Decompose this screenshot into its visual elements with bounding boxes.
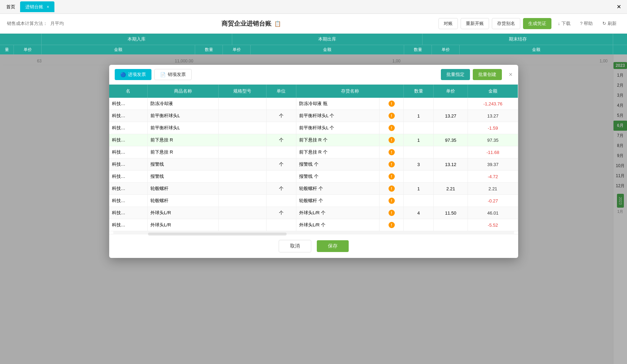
cell-product: 轮毂螺杆	[148, 183, 219, 195]
cell-amount: -1.59	[468, 122, 518, 134]
cell-qty	[404, 98, 434, 110]
cell-amount: -5.52	[468, 219, 518, 231]
inventory-rename-button[interactable]: 存货别名	[492, 18, 520, 29]
tab-close-icon[interactable]: ×	[47, 5, 49, 9]
empty-band	[0, 34, 42, 45]
dialog-close-button[interactable]: ×	[509, 71, 513, 78]
side-spacer	[613, 34, 627, 45]
cell-amount: -4.72	[468, 171, 518, 183]
reopen-button[interactable]: 重新开账	[461, 18, 489, 29]
dialog-footer: 取消 保存	[109, 234, 518, 258]
cell-price	[434, 171, 468, 183]
download-button[interactable]: ↓ 下载	[554, 18, 574, 29]
col-price: 单价	[434, 85, 468, 98]
cell-name: 科技…	[109, 122, 148, 134]
cell-warning: !	[380, 158, 404, 171]
cell-spec	[218, 207, 266, 219]
warning-icon: !	[389, 113, 395, 119]
cell-warning: !	[380, 146, 404, 158]
cell-spec	[218, 195, 266, 207]
cell-warning: !	[380, 98, 404, 110]
cell-product: 前下悬挂 R	[148, 134, 219, 146]
header-buttons: 对账 重新开账 存货别名 生成凭证 ↓ 下载 ? 帮助 ↻ 刷新	[438, 18, 620, 29]
cell-name: 科技…	[109, 146, 148, 158]
cell-amount: 2.21	[468, 183, 518, 195]
qty-label-out: 数量	[195, 45, 223, 54]
cell-qty: 1	[404, 110, 434, 122]
cell-product: 轮毂螺杆	[148, 195, 219, 207]
home-tab[interactable]: 首页	[3, 2, 19, 12]
save-button[interactable]: 保存	[317, 240, 349, 252]
warning-icon: !	[389, 222, 395, 228]
cell-amount: -1,243.76	[468, 98, 518, 110]
cell-price: 11.50	[434, 207, 468, 219]
cell-name: 科技…	[109, 98, 148, 110]
cell-unit: 个	[266, 207, 296, 219]
cell-warning: !	[380, 195, 404, 207]
table-row: 科技… 轮毂螺杆 个 轮毂螺杆 个 ! 1 2.21 2.21	[109, 183, 518, 195]
warning-icon: !	[389, 185, 395, 192]
cell-unit	[266, 98, 296, 110]
dialog-scrollbar[interactable]	[113, 231, 514, 234]
window-close-button[interactable]: ✕	[613, 1, 624, 12]
cell-warning: !	[380, 110, 404, 122]
cell-inventory: 轮毂螺杆 个	[296, 183, 379, 195]
cell-spec	[218, 98, 266, 110]
cell-price	[434, 122, 468, 134]
cell-qty: 1	[404, 183, 434, 195]
help-button[interactable]: ? 帮助	[577, 18, 596, 29]
cell-name: 科技…	[109, 171, 148, 183]
cell-inventory: 报警线 个	[296, 158, 379, 171]
col-spec: 规格型号	[218, 85, 266, 98]
cell-product: 报警线	[148, 171, 219, 183]
tab-sales[interactable]: 📄 销项发票	[154, 69, 192, 80]
invoice-table: 名 商品名称 规格型号 单位 存货名称 数量 单价 金额	[109, 85, 518, 231]
cell-inventory: 轮毂螺杆 个	[296, 195, 379, 207]
dialog-table: 名 商品名称 规格型号 单位 存货名称 数量 单价 金额	[109, 85, 518, 231]
table-row: 科技… 前平衡杆球头L 前平衡杆球头L 个 ! -1.59	[109, 122, 518, 134]
cell-price: 97.35	[434, 134, 468, 146]
cell-name: 科技…	[109, 183, 148, 195]
cell-product: 外球头L/R	[148, 207, 219, 219]
col-product: 商品名称	[148, 85, 219, 98]
reconcile-button[interactable]: 对账	[438, 18, 458, 29]
cell-price	[434, 146, 468, 158]
refresh-button[interactable]: ↻ 刷新	[599, 18, 620, 29]
cell-qty: 1	[404, 134, 434, 146]
cell-amount: -11.68	[468, 146, 518, 158]
cell-unit: 个	[266, 158, 296, 171]
warning-icon: !	[389, 210, 395, 216]
cell-unit: 个	[266, 134, 296, 146]
sales-tab-label: 销项发票	[168, 71, 186, 78]
qty-label: 量	[0, 45, 14, 54]
cell-unit	[266, 219, 296, 231]
cell-spec	[218, 183, 266, 195]
table-row: 科技… 防冻冷却液 防冻冷却液 瓶 ! -1,243.76	[109, 98, 518, 110]
purchase-tab-label: 进项发票	[128, 71, 146, 78]
batch-assign-button[interactable]: 批量指定	[441, 69, 470, 80]
table-row: 科技… 外球头L/R 外球头L/R 个 ! -5.52	[109, 219, 518, 231]
price-label-in: 单价	[14, 45, 42, 54]
generate-voucher-button[interactable]: 生成凭证	[523, 18, 551, 29]
cell-unit: 个	[266, 183, 296, 195]
cell-unit	[266, 171, 296, 183]
col-amount: 金额	[468, 85, 518, 98]
cell-amount: -0.27	[468, 195, 518, 207]
cell-spec	[218, 158, 266, 171]
amount-label-out: 金额	[251, 45, 404, 54]
tab-purchase[interactable]: 🔵 进项发票	[115, 69, 151, 80]
cell-product: 前平衡杆球头L	[148, 110, 219, 122]
col-name: 名	[109, 85, 148, 98]
cell-warning: !	[380, 219, 404, 231]
cancel-button[interactable]: 取消	[279, 240, 311, 252]
warning-icon: !	[389, 125, 395, 131]
period-end-label: 期末结存	[423, 34, 613, 45]
cell-qty: 3	[404, 158, 434, 171]
batch-create-button[interactable]: 批量创建	[473, 69, 502, 80]
cell-unit	[266, 195, 296, 207]
sub-header: 量 单价 金额 数量 单价 金额 数量 单价 金额	[0, 45, 627, 54]
table-row: 科技… 前下悬挂 R 前下悬挂 R 个 ! -11.68	[109, 146, 518, 158]
cost-label: 销售成本计算方法： 月平均	[7, 20, 64, 27]
cell-product: 报警线	[148, 158, 219, 171]
active-tab[interactable]: 进销台账 ×	[20, 1, 54, 12]
